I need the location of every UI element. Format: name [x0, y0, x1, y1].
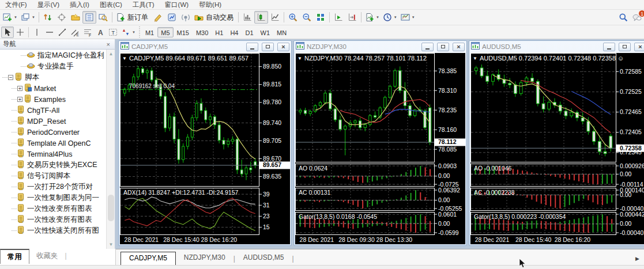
menu-item-2[interactable]: 插入(I) [65, 0, 95, 10]
vertical-line-button[interactable] [31, 26, 43, 38]
chevron-down-icon[interactable]: ▼ [412, 16, 415, 19]
timeframe-d1-button[interactable]: D1 [242, 27, 257, 37]
market-watch-button[interactable] [41, 11, 55, 24]
tile-windows-button[interactable] [314, 11, 327, 24]
toolbar-drag-handle[interactable] [139, 26, 140, 38]
menu-item-5[interactable]: 窗口(W) [160, 0, 194, 10]
templates-button[interactable]: ▼ [399, 11, 417, 24]
chart-tab-cadjpym5[interactable]: CADJPY,M5 [120, 252, 176, 265]
menu-item-3[interactable]: 图表(C) [95, 0, 127, 10]
scrollbar-thumb[interactable] [108, 195, 114, 221]
scroll-down-icon[interactable]: ▼ [107, 240, 115, 249]
notifications-button[interactable]: 1 [630, 11, 644, 24]
tree-item[interactable]: Template All OpenC [0, 138, 106, 149]
menu-item-4[interactable]: 工具(T) [127, 0, 160, 10]
chart-shift-button[interactable] [345, 11, 359, 24]
expand-icon[interactable]: + [17, 86, 22, 91]
navigator-tab-0[interactable]: 常用 [0, 249, 29, 264]
menu-item-0[interactable]: 文件(F) [0, 0, 32, 10]
zoom-out-button[interactable] [300, 11, 314, 24]
menu-item-6[interactable]: 帮助(H) [194, 0, 227, 10]
timeframe-h4-button[interactable]: H4 [227, 27, 242, 37]
strategy-tester-button[interactable] [165, 11, 179, 24]
chart-client-area[interactable]: ▼AUDUSD,M5 0.72394 0.72401 0.72348 0.723… [470, 53, 644, 244]
tree-item[interactable]: 一次打开28个货币对 [0, 181, 106, 192]
navigator-tab-1[interactable]: 收藏夹 [29, 249, 65, 264]
favorites-button[interactable] [69, 11, 82, 24]
chart-window-nzdjpym30[interactable]: NZDJPY,M30×▼NZDJPY,M30 78.244 78.257 78.… [293, 40, 467, 246]
timeframe-m1-button[interactable]: M1 [142, 27, 157, 37]
restore-button[interactable] [437, 43, 449, 51]
timeframe-m15-button[interactable]: M15 [174, 27, 193, 37]
bar-chart-button[interactable] [240, 11, 254, 24]
navigator-button[interactable] [82, 11, 96, 24]
cursor-button[interactable] [1, 26, 14, 38]
zoom-in-button[interactable] [286, 11, 300, 24]
chart-window-audusdm5[interactable]: AUDUSD,M5×▼AUDUSD,M5 0.72394 0.72401 0.7… [469, 40, 644, 246]
restore-button[interactable] [262, 43, 274, 51]
chart-tab-audusdm5[interactable]: AUDUSD,M5 [235, 252, 292, 265]
data-window-button[interactable] [55, 11, 69, 24]
timeframe-m5-button[interactable]: M5 [157, 27, 173, 37]
tree-item[interactable]: 一次性复制图表为同一 [0, 192, 106, 203]
fibonacci-button[interactable]: F [81, 26, 94, 38]
new-order-button[interactable]: 新订单 [114, 11, 151, 24]
expand-icon[interactable]: + [17, 97, 22, 102]
text-label-button[interactable]: T [107, 26, 119, 38]
tree-item[interactable]: ChgTF-All [0, 105, 106, 116]
periods-button[interactable]: ▼ [381, 11, 399, 24]
tree-item[interactable]: PeriodConverter [0, 127, 106, 138]
indicators-button[interactable]: ▼ [363, 11, 381, 24]
tree-item[interactable]: 一次性快速关闭所有图 [0, 225, 106, 236]
chart-window-cadjpym5[interactable]: CADJPY,M5×7069162 sell 0.04▼CADJPY,M5 89… [118, 40, 292, 246]
chevron-down-icon[interactable]: ▼ [32, 16, 35, 19]
chart-canvas[interactable]: 7069162 sell 0.04▼CADJPY,M5 89.664 89.67… [120, 53, 290, 244]
close-button[interactable]: × [453, 43, 465, 51]
tree-item[interactable]: MDP_Reset [0, 116, 106, 127]
line-chart-button[interactable] [268, 11, 282, 24]
minimize-button[interactable] [603, 43, 615, 51]
minimize-button[interactable] [246, 43, 258, 51]
signals-button[interactable] [179, 11, 193, 24]
tree-item[interactable]: 交易历史转换为EXCE [0, 160, 106, 171]
autotrading-button[interactable]: 自动交易 [193, 11, 236, 24]
new-chart-button[interactable]: ▼ [1, 11, 19, 24]
chevron-down-icon[interactable]: ▼ [132, 31, 135, 34]
navigator-scrollbar[interactable]: ▲ ▼ [106, 50, 115, 249]
crosshair-button[interactable] [14, 26, 27, 38]
candlestick-chart-button[interactable] [254, 11, 268, 24]
search-button[interactable] [616, 11, 630, 24]
tree-item[interactable]: 信号订阅脚本 [0, 171, 106, 181]
tree-item[interactable]: Terminal4Plus [0, 149, 106, 160]
restore-button[interactable] [619, 43, 631, 51]
chart-canvas[interactable]: ▼AUDUSD,M5 0.72394 0.72401 0.72348 0.723… [470, 53, 644, 244]
equidistant-channel-button[interactable]: E [69, 26, 81, 38]
timeframe-m30-button[interactable]: M30 [193, 27, 212, 37]
close-button[interactable]: × [277, 43, 289, 51]
chevron-down-icon[interactable]: ▼ [14, 16, 17, 19]
text-button[interactable]: A [94, 26, 107, 38]
tree-item[interactable]: 专业操盘手 [0, 61, 106, 72]
timeframe-h1-button[interactable]: H1 [212, 27, 227, 37]
chevron-down-icon[interactable]: ▼ [394, 16, 397, 19]
profiles-button[interactable]: ▼ [19, 11, 37, 24]
timeframe-mn-button[interactable]: MN [273, 27, 290, 37]
tree-item[interactable]: +Market [0, 83, 106, 94]
menu-item-1[interactable]: 显示(V) [32, 0, 65, 10]
tab-scroll-right-icon[interactable]: ▶ [635, 256, 639, 262]
chevron-down-icon[interactable]: ▼ [376, 16, 379, 19]
metaeditor-button[interactable] [151, 11, 165, 24]
chart-canvas[interactable]: ▼NZDJPY,M30 78.244 78.257 78.101 78.1127… [295, 53, 465, 244]
trendline-button[interactable] [56, 26, 69, 38]
chart-window-titlebar[interactable]: AUDUSD,M5× [469, 41, 644, 52]
tree-item[interactable]: −脚本 [0, 72, 106, 83]
minimize-button[interactable] [421, 43, 434, 51]
timeframe-w1-button[interactable]: W1 [257, 27, 274, 37]
close-button[interactable]: × [634, 43, 644, 51]
tree-item[interactable]: 指定MAGIC持仓盈利 [0, 50, 106, 61]
horizontal-line-button[interactable] [43, 26, 56, 38]
chart-client-area[interactable]: ▼NZDJPY,M30 78.244 78.257 78.101 78.1127… [295, 53, 465, 244]
chart-window-titlebar[interactable]: CADJPY,M5× [119, 41, 291, 52]
tree-item[interactable]: 一次性改变所有图表 [0, 203, 106, 214]
chart-tab-nzdjpym30[interactable]: NZDJPY,M30 [176, 252, 234, 265]
